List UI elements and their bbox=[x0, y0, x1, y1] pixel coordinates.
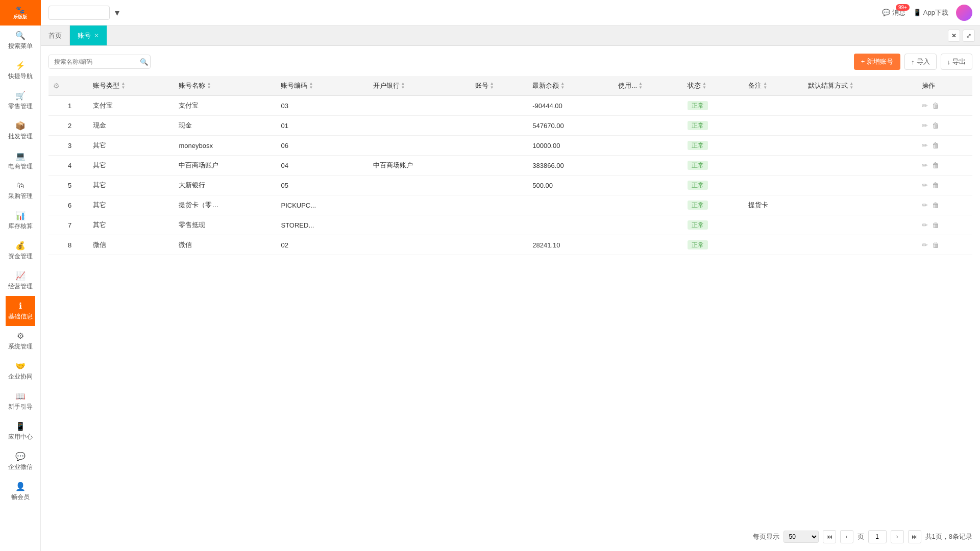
delete-icon[interactable]: 🗑 bbox=[932, 221, 939, 229]
cell-code: 03 bbox=[277, 96, 369, 116]
cell-usage bbox=[614, 136, 683, 156]
page-first-button[interactable]: ⏮ bbox=[823, 530, 836, 543]
cell-action: ✏ 🗑 bbox=[918, 116, 972, 136]
cell-action: ✏ 🗑 bbox=[918, 215, 972, 235]
cell-action: ✏ 🗑 bbox=[918, 156, 972, 176]
sidebar-item-agreement[interactable]: 🤝企业协同 bbox=[6, 356, 35, 386]
toolbar-right: + 新增账号 ↑ 导入 ↓ 导出 bbox=[854, 54, 972, 70]
topbar-dropdown-icon[interactable]: ▾ bbox=[115, 7, 119, 18]
sidebar-item-inventory[interactable]: 📊库存核算 bbox=[6, 206, 35, 236]
sidebar-item-finance[interactable]: 💰资金管理 bbox=[6, 236, 35, 266]
action-icons: ✏ 🗑 bbox=[922, 141, 968, 149]
cell-code: 02 bbox=[277, 235, 369, 255]
edit-icon[interactable]: ✏ bbox=[922, 141, 928, 149]
page-prev-button[interactable]: ‹ bbox=[840, 530, 853, 543]
cell-name: 现金 bbox=[175, 116, 277, 136]
th-settlement[interactable]: 默认结算方式▲▼ bbox=[804, 76, 918, 96]
th-remark[interactable]: 备注▲▼ bbox=[744, 76, 804, 96]
th-name[interactable]: 账号名称▲▼ bbox=[175, 76, 277, 96]
add-account-button[interactable]: + 新增账号 bbox=[854, 54, 900, 70]
edit-icon[interactable]: ✏ bbox=[922, 161, 928, 169]
tab-close-button[interactable]: ✕ bbox=[948, 30, 960, 42]
cell-settlement bbox=[804, 156, 918, 176]
cell-remark bbox=[744, 156, 804, 176]
page-input[interactable] bbox=[868, 530, 887, 543]
cell-status: 正常 bbox=[683, 156, 744, 176]
topbar-search-input[interactable] bbox=[48, 6, 110, 20]
search-input[interactable] bbox=[49, 55, 136, 68]
inventory-icon: 📊 bbox=[8, 211, 33, 220]
delete-icon[interactable]: 🗑 bbox=[932, 241, 939, 249]
cell-index: 6 bbox=[64, 195, 89, 215]
per-page-select[interactable]: 50 20 100 bbox=[783, 531, 819, 543]
cell-remark bbox=[744, 215, 804, 235]
cell-bank bbox=[369, 176, 471, 195]
th-type[interactable]: 账号类型▲▼ bbox=[89, 76, 175, 96]
sidebar-item-quicknav[interactable]: ⚡快捷导航 bbox=[6, 56, 35, 86]
th-code[interactable]: 账号编码▲▼ bbox=[277, 76, 369, 96]
table-row: 4 其它 中百商场账户 04 中百商场账户 383866.00 正常 ✏ 🗑 bbox=[48, 156, 972, 176]
delete-icon[interactable]: 🗑 bbox=[932, 102, 939, 110]
edit-icon[interactable]: ✏ bbox=[922, 241, 928, 249]
sidebar-item-basic[interactable]: ℹ基础信息 bbox=[6, 296, 35, 326]
tab-account[interactable]: 账号 ✕ bbox=[70, 26, 107, 45]
message-button[interactable]: 💬 消息 99+ bbox=[882, 8, 905, 17]
edit-icon[interactable]: ✏ bbox=[922, 201, 928, 209]
sidebar-item-guide[interactable]: 📖新手引导 bbox=[6, 386, 35, 416]
sidebar-item-search[interactable]: 🔍搜索菜单 bbox=[6, 26, 35, 56]
edit-icon[interactable]: ✏ bbox=[922, 181, 928, 189]
delete-icon[interactable]: 🗑 bbox=[932, 201, 939, 209]
page-last-button[interactable]: ⏭ bbox=[908, 530, 921, 543]
th-status[interactable]: 状态▲▼ bbox=[683, 76, 744, 96]
sidebar-item-operation[interactable]: 📈经营管理 bbox=[6, 266, 35, 296]
tab-home[interactable]: 首页 bbox=[41, 26, 70, 45]
th-account[interactable]: 账号▲▼ bbox=[471, 76, 529, 96]
sidebar-item-member[interactable]: 👤畅会员 bbox=[6, 477, 35, 507]
delete-icon[interactable]: 🗑 bbox=[932, 181, 939, 189]
cell-balance bbox=[528, 215, 614, 235]
cell-settings bbox=[48, 195, 64, 215]
export-button[interactable]: ↓ 导出 bbox=[941, 54, 973, 70]
system-icon: ⚙ bbox=[8, 331, 33, 341]
edit-icon[interactable]: ✏ bbox=[922, 221, 928, 229]
tab-home-label: 首页 bbox=[48, 31, 62, 40]
sidebar-item-wholesale[interactable]: 📦批发管理 bbox=[6, 116, 35, 146]
sidebar-item-wechat[interactable]: 💬企业微信 bbox=[6, 446, 35, 477]
tab-expand-button[interactable]: ⤢ bbox=[963, 30, 975, 42]
sidebar-item-ecommerce[interactable]: 💻电商管理 bbox=[6, 146, 35, 176]
tab-account-close-icon[interactable]: ✕ bbox=[94, 32, 99, 39]
import-button[interactable]: ↑ 导入 bbox=[904, 54, 937, 70]
cell-code: STORED... bbox=[277, 215, 369, 235]
cell-status: 正常 bbox=[683, 215, 744, 235]
cell-type: 其它 bbox=[89, 215, 175, 235]
sidebar-item-retail[interactable]: 🛒零售管理 bbox=[6, 86, 35, 116]
delete-icon[interactable]: 🗑 bbox=[932, 121, 939, 130]
th-balance[interactable]: 最新余额▲▼ bbox=[528, 76, 614, 96]
basic-icon: ℹ bbox=[8, 301, 33, 311]
sidebar-item-system[interactable]: ⚙系统管理 bbox=[6, 326, 35, 356]
search-button[interactable]: 🔍 bbox=[136, 58, 151, 66]
delete-icon[interactable]: 🗑 bbox=[932, 141, 939, 149]
finance-icon: 💰 bbox=[8, 241, 33, 251]
guide-icon: 📖 bbox=[8, 391, 33, 401]
edit-icon[interactable]: ✏ bbox=[922, 102, 928, 110]
delete-icon[interactable]: 🗑 bbox=[932, 161, 939, 169]
sidebar-item-purchase[interactable]: 🛍采购管理 bbox=[6, 176, 35, 206]
sidebar-item-appcenter[interactable]: 📱应用中心 bbox=[6, 416, 35, 446]
cell-balance bbox=[528, 195, 614, 215]
export-label: 导出 bbox=[952, 57, 966, 66]
avatar[interactable] bbox=[956, 5, 972, 21]
cell-account bbox=[471, 116, 529, 136]
th-bank[interactable]: 开户银行▲▼ bbox=[369, 76, 471, 96]
table-row: 1 支付宝 支付宝 03 -90444.00 正常 ✏ 🗑 bbox=[48, 96, 972, 116]
th-usage[interactable]: 使用...▲▼ bbox=[614, 76, 683, 96]
ecommerce-icon: 💻 bbox=[8, 151, 33, 161]
cell-settings bbox=[48, 235, 64, 255]
page-next-button[interactable]: › bbox=[891, 530, 904, 543]
search-icon: 🔍 bbox=[8, 31, 33, 40]
app-download-button[interactable]: 📱 App下载 bbox=[913, 8, 948, 17]
purchase-icon: 🛍 bbox=[8, 181, 33, 190]
edit-icon[interactable]: ✏ bbox=[922, 121, 928, 130]
th-settings[interactable]: ⚙ bbox=[48, 76, 64, 96]
message-icon: 💬 bbox=[882, 9, 890, 16]
